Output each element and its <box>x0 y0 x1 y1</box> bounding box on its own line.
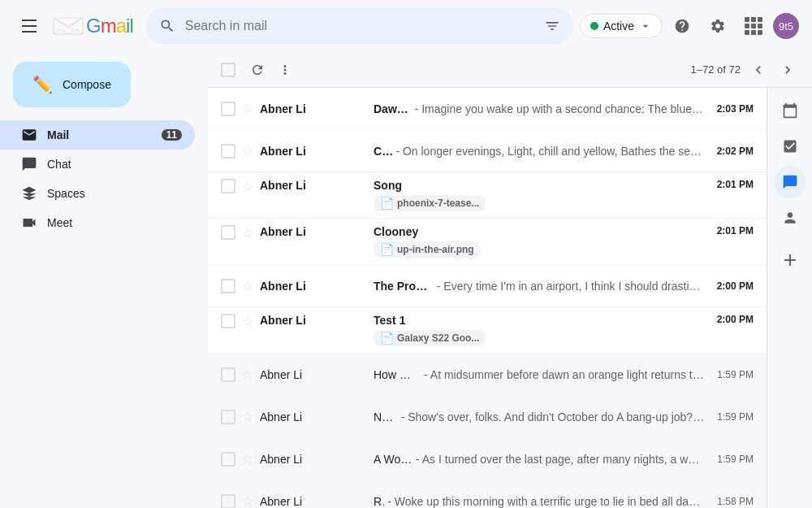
email-row[interactable]: ☆ Abner Li The Problem With Travel - Eve… <box>208 265 767 307</box>
email-preview: - At midsummer before dawn an orange lig… <box>424 368 705 381</box>
tasks-button[interactable] <box>774 130 806 163</box>
star-button[interactable]: ☆ <box>242 493 253 508</box>
select-all-checkbox[interactable] <box>221 63 235 77</box>
email-sender: Abner Li <box>260 145 374 158</box>
compose-button[interactable]: ✏️ Compose <box>13 62 131 107</box>
sidebar: ✏️ Compose Mail 11 Chat Spaces <box>0 52 208 508</box>
gmail-logo: Gmail <box>52 15 133 37</box>
email-body: How We Are Spared - At midsummer before … <box>374 368 705 381</box>
tasks-icon <box>782 138 798 154</box>
email-row[interactable]: ☆ Abner Li November - Show's over, folks… <box>208 396 767 438</box>
email-row[interactable]: ☆ Abner Li How We Are Spared - At midsum… <box>208 354 767 396</box>
settings-button[interactable] <box>702 10 734 42</box>
help-icon <box>674 18 690 34</box>
star-button[interactable]: ☆ <box>242 314 253 329</box>
hamburger-icon <box>22 20 37 33</box>
add-app-button[interactable] <box>774 244 806 276</box>
apps-button[interactable] <box>737 10 770 42</box>
status-label: Active <box>603 20 634 33</box>
google-chat-button[interactable] <box>774 166 806 198</box>
email-subject: Test 1 <box>374 314 405 327</box>
email-top-line: Clooney <box>374 225 705 238</box>
email-subject: The Problem With Travel <box>374 280 434 293</box>
avatar[interactable]: 9t5 <box>773 13 799 39</box>
menu-button[interactable] <box>13 10 45 42</box>
star-button[interactable]: ☆ <box>242 451 253 467</box>
prev-page-button[interactable] <box>747 59 770 81</box>
right-panel: 1–72 of 72 ☆ Abner Li Dawn Revisited - I… <box>208 52 812 508</box>
search-bar <box>146 7 573 45</box>
email-time: 1:58 PM <box>705 496 754 507</box>
email-time: 1:59 PM <box>705 369 754 380</box>
email-row[interactable]: ☆ Abner Li Coming - On longer evenings, … <box>208 130 767 172</box>
star-button[interactable]: ☆ <box>242 367 253 382</box>
email-sender: Abner Li <box>260 368 374 381</box>
attachment-icon: 📄 <box>380 243 394 256</box>
email-body: Test 1 📄Galaxy S22 Goo... <box>374 314 705 346</box>
sidebar-item-mail[interactable]: Mail 11 <box>0 120 195 150</box>
attachment-name: phoenix-7-tease... <box>397 198 479 209</box>
email-top-line: How We Are Spared - At midsummer before … <box>374 368 705 381</box>
email-row[interactable]: ☆ Abner Li A Work of Fiction - As I turn… <box>208 438 767 480</box>
email-checkbox[interactable] <box>221 452 235 467</box>
chat-icon <box>21 156 37 172</box>
email-checkbox[interactable] <box>221 102 235 116</box>
search-input[interactable] <box>185 19 534 33</box>
email-preview: - Imagine you wake up with a second chan… <box>415 102 705 115</box>
email-body: November - Show's over, folks. And didn'… <box>374 410 705 423</box>
email-sender: Abner Li <box>260 102 374 115</box>
email-checkbox[interactable] <box>221 179 235 193</box>
chevron-right-icon <box>780 62 796 78</box>
star-button[interactable]: ☆ <box>242 179 253 194</box>
more-icon <box>278 63 292 77</box>
calendar-icon <box>782 102 798 119</box>
mail-icon <box>21 127 37 143</box>
topbar: Gmail Active <box>0 0 812 52</box>
email-toolbar: 1–72 of 72 <box>208 52 812 88</box>
next-page-button[interactable] <box>776 59 799 81</box>
email-checkbox[interactable] <box>221 367 235 382</box>
star-button[interactable]: ☆ <box>242 409 253 424</box>
email-checkbox[interactable] <box>221 144 235 158</box>
email-time: 1:59 PM <box>705 454 754 465</box>
search-filter-icon[interactable] <box>544 18 560 34</box>
email-preview: - As I turned over the last page, after … <box>416 453 705 466</box>
email-time: 2:02 PM <box>705 145 754 157</box>
sidebar-item-spaces[interactable]: Spaces <box>0 179 195 208</box>
calendar-button[interactable] <box>774 94 806 127</box>
star-button[interactable]: ☆ <box>242 143 253 158</box>
email-checkbox[interactable] <box>221 494 235 509</box>
help-button[interactable] <box>666 10 698 42</box>
sidebar-item-chat[interactable]: Chat <box>0 150 195 179</box>
email-checkbox[interactable] <box>221 279 235 293</box>
email-subject: A Work of Fiction <box>374 453 412 466</box>
email-row[interactable]: ☆ Abner Li Dawn Revisited - Imagine you … <box>208 88 767 130</box>
status-button[interactable]: Active <box>580 14 663 38</box>
search-icon <box>159 18 175 34</box>
email-body: Dawn Revisited - Imagine you wake up wit… <box>374 102 705 115</box>
email-top-line: A Work of Fiction - As I turned over the… <box>374 453 705 466</box>
refresh-button[interactable] <box>245 58 270 82</box>
email-subject: Rain <box>374 495 384 508</box>
star-button[interactable]: ☆ <box>242 278 253 293</box>
compose-icon: ✏️ <box>32 75 53 94</box>
apps-icon <box>745 17 762 35</box>
email-row[interactable]: ☆ Abner Li Clooney 📄up-in-the-air.png 2:… <box>208 219 767 265</box>
email-top-line: Coming - On longer evenings, Light, chil… <box>374 145 705 158</box>
email-subject: How We Are Spared <box>374 368 421 381</box>
email-preview: - Show's over, folks. And didn't October… <box>401 410 705 423</box>
sidebar-item-meet[interactable]: Meet <box>0 208 195 237</box>
email-checkbox[interactable] <box>221 314 235 328</box>
star-button[interactable]: ☆ <box>242 225 253 241</box>
email-row[interactable]: ☆ Abner Li Test 1 📄Galaxy S22 Goo... 2:0… <box>208 307 767 354</box>
more-options-button[interactable] <box>273 58 297 82</box>
email-body: Clooney 📄up-in-the-air.png <box>374 225 705 258</box>
email-row[interactable]: ☆ Abner Li Song 📄phoenix-7-tease... 2:01… <box>208 172 767 219</box>
email-subject: Clooney <box>374 225 418 238</box>
email-top-line: Song <box>374 179 705 192</box>
email-checkbox[interactable] <box>221 225 235 240</box>
email-checkbox[interactable] <box>221 410 235 424</box>
star-button[interactable]: ☆ <box>242 101 253 116</box>
contacts-button[interactable] <box>774 202 806 234</box>
email-row[interactable]: ☆ Abner Li Rain - Woke up this morning w… <box>208 480 767 508</box>
